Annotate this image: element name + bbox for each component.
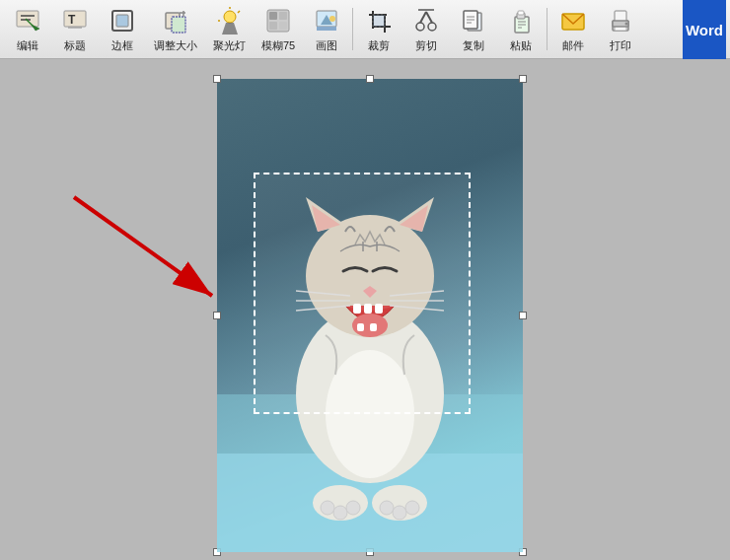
cat-image[interactable] <box>217 79 523 552</box>
draw-label: 画图 <box>316 38 337 53</box>
svg-rect-9 <box>116 15 128 27</box>
svg-rect-25 <box>317 27 336 31</box>
svg-rect-66 <box>375 304 383 314</box>
svg-rect-64 <box>353 304 361 314</box>
copy-label: 复制 <box>463 38 484 53</box>
svg-rect-23 <box>279 22 287 30</box>
toolbar-cut-button[interactable]: 剪切 <box>402 0 450 58</box>
cut-icon <box>410 5 442 36</box>
toolbar-separator2 <box>547 8 548 50</box>
canvas-area <box>0 59 730 560</box>
resize-icon <box>160 5 191 36</box>
svg-line-85 <box>74 197 212 296</box>
toolbar-title-button[interactable]: T 标题 <box>51 0 99 58</box>
svg-line-36 <box>426 12 432 23</box>
spotlight-label: 聚光灯 <box>213 38 246 53</box>
svg-rect-20 <box>269 12 277 20</box>
toolbar-copy-button[interactable]: 复制 <box>450 0 497 58</box>
svg-rect-65 <box>364 304 372 314</box>
border-icon <box>107 5 138 36</box>
svg-point-14 <box>224 11 236 23</box>
blur-icon <box>262 5 294 36</box>
toolbar-resize-button[interactable]: 调整大小 <box>146 0 205 58</box>
svg-rect-0 <box>17 11 38 27</box>
toolbar-email-button[interactable]: 邮件 <box>549 0 597 58</box>
toolbar-edit-button[interactable]: 编辑 <box>4 0 51 58</box>
svg-point-83 <box>405 501 419 515</box>
paste-label: 粘贴 <box>510 38 532 53</box>
copy-icon <box>458 5 489 36</box>
svg-point-80 <box>346 501 360 515</box>
edit-label: 编辑 <box>17 38 38 53</box>
svg-point-81 <box>380 501 394 515</box>
document-page <box>217 79 523 552</box>
svg-text:T: T <box>68 13 76 27</box>
svg-point-79 <box>333 506 347 520</box>
word-button[interactable]: Word <box>683 0 726 59</box>
toolbar-separator <box>352 8 353 50</box>
toolbar-border-button[interactable]: 边框 <box>99 0 146 58</box>
resize-label: 调整大小 <box>154 38 197 53</box>
svg-rect-21 <box>279 12 287 20</box>
svg-point-78 <box>321 501 334 515</box>
email-icon <box>557 5 589 36</box>
toolbar-crop-button[interactable]: 裁剪 <box>355 0 402 58</box>
print-label: 打印 <box>610 38 631 53</box>
border-label: 边框 <box>111 38 133 53</box>
toolbar-spotlight-button[interactable]: 聚光灯 <box>205 0 254 58</box>
toolbar-print-button[interactable]: 打印 <box>597 0 644 58</box>
toolbar-paste-button[interactable]: 粘贴 <box>497 0 545 58</box>
svg-rect-11 <box>172 17 185 33</box>
toolbar: 编辑 T 标题 边框 调整大小 <box>0 0 730 59</box>
paste-icon <box>505 5 537 36</box>
svg-point-82 <box>393 506 406 520</box>
svg-line-35 <box>420 12 426 23</box>
svg-rect-32 <box>373 15 385 27</box>
svg-marker-18 <box>222 23 238 35</box>
title-icon: T <box>59 5 91 36</box>
cut-label: 剪切 <box>415 38 437 53</box>
toolbar-blur-button[interactable]: 模糊75 <box>254 0 303 58</box>
spotlight-icon <box>214 5 246 36</box>
print-icon <box>605 5 636 36</box>
svg-rect-68 <box>357 323 364 331</box>
title-label: 标题 <box>64 38 86 53</box>
svg-line-16 <box>238 11 240 13</box>
svg-rect-45 <box>518 11 524 15</box>
edit-icon <box>12 5 43 36</box>
crop-label: 裁剪 <box>368 38 390 53</box>
svg-point-33 <box>416 23 424 31</box>
word-label: Word <box>686 22 723 38</box>
toolbar-draw-button[interactable]: 画图 <box>303 0 350 58</box>
crop-icon <box>363 5 395 36</box>
email-label: 邮件 <box>562 38 584 53</box>
svg-point-58 <box>326 350 414 478</box>
svg-rect-22 <box>269 22 277 30</box>
svg-point-34 <box>428 23 436 31</box>
svg-point-27 <box>329 16 335 22</box>
svg-rect-69 <box>370 323 377 331</box>
svg-point-54 <box>625 23 628 26</box>
blur-label: 模糊75 <box>261 38 295 53</box>
draw-icon <box>311 5 342 36</box>
